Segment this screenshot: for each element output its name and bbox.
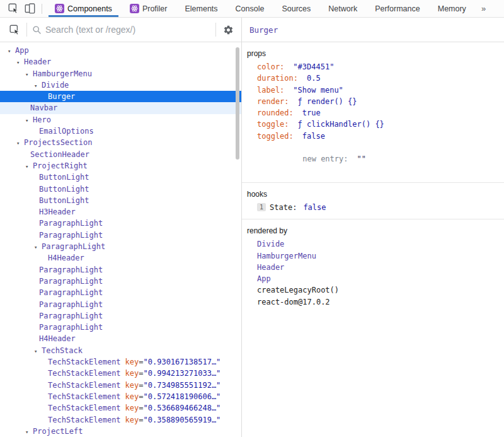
tab-elements[interactable]: Elements bbox=[177, 0, 225, 17]
tree-item-Header[interactable]: ▾Header bbox=[0, 56, 241, 67]
prop-value[interactable]: ƒ clickHandler() {} bbox=[298, 120, 384, 129]
tree-item-Burger[interactable]: Burger bbox=[0, 91, 241, 102]
tree-item-TechStackElement[interactable]: TechStackElementkey="0.358890565919…" bbox=[0, 414, 241, 426]
tree-item-EmailOptions[interactable]: EmailOptions bbox=[0, 125, 241, 137]
inspect-element-button[interactable] bbox=[5, 1, 21, 16]
prop-row-label: label:"Show menu" bbox=[247, 84, 499, 96]
tree-item-H4Header[interactable]: H4Header bbox=[0, 252, 241, 264]
key-attribute-value: "0.994213271033…" bbox=[144, 369, 221, 378]
rendered-by-item: react-dom@17.0.2 bbox=[247, 296, 499, 308]
tree-item-App[interactable]: ▾App bbox=[0, 45, 241, 56]
tab-components[interactable]: Components bbox=[47, 0, 120, 17]
tree-item-TechStack[interactable]: ▾TechStack bbox=[0, 345, 241, 356]
component-name: ParagraphLight bbox=[39, 277, 103, 286]
prop-value[interactable]: 0.5 bbox=[307, 74, 321, 83]
tree-item-ParagraphLight[interactable]: ParagraphLight bbox=[0, 310, 241, 322]
rendered-by-link[interactable]: Header bbox=[257, 263, 284, 272]
expand-arrow-icon[interactable]: ▾ bbox=[25, 426, 33, 437]
expand-arrow-icon[interactable]: ▾ bbox=[25, 161, 33, 172]
tree-item-TechStackElement[interactable]: TechStackElementkey="0.734985551192…" bbox=[0, 380, 241, 391]
tree-item-ParagraphLight[interactable]: ParagraphLight bbox=[0, 299, 241, 310]
devtools-window: ComponentsProfilerElementsConsoleSources… bbox=[0, 0, 504, 437]
prop-key: toggled: bbox=[257, 132, 294, 141]
rendered-by-link[interactable]: HamburgerMenu bbox=[257, 252, 316, 260]
select-element-button[interactable] bbox=[6, 22, 23, 37]
tree-item-ProjectLeft[interactable]: ▾ProjectLeft bbox=[0, 426, 241, 437]
tree-item-TechStackElement[interactable]: TechStackElementkey="0.994213271033…" bbox=[0, 368, 241, 379]
component-name: ParagraphLight bbox=[39, 219, 103, 228]
component-name: ProjectsSection bbox=[24, 138, 92, 147]
panel-tabs: ComponentsProfilerElementsConsoleSources… bbox=[46, 0, 475, 17]
tree-item-HamburgerMenu[interactable]: ▾HamburgerMenu bbox=[0, 68, 241, 79]
more-tabs-button[interactable]: » bbox=[475, 4, 492, 13]
new-prop-key[interactable]: new entry: bbox=[302, 154, 348, 163]
tree-scrollbar[interactable] bbox=[236, 47, 239, 160]
rendered-by-link[interactable]: App bbox=[257, 274, 271, 283]
tree-item-TechStackElement[interactable]: TechStackElementkey="0.536689466248…" bbox=[0, 402, 241, 414]
component-name: ParagraphLight bbox=[39, 300, 103, 309]
tree-item-ParagraphLight[interactable]: ParagraphLight bbox=[0, 230, 241, 241]
tree-item-TechStackElement[interactable]: TechStackElementkey="0.572418190606…" bbox=[0, 391, 241, 402]
prop-row-rounded: rounded:true bbox=[247, 107, 499, 119]
tree-item-ButtonLight[interactable]: ButtonLight bbox=[0, 184, 241, 195]
selected-component-title: Burger bbox=[242, 18, 504, 42]
hooks-header: hooks bbox=[247, 190, 499, 199]
tree-item-Hero[interactable]: ▾Hero bbox=[0, 114, 241, 125]
expand-arrow-icon[interactable]: ▾ bbox=[16, 57, 24, 68]
tab-performance[interactable]: Performance bbox=[367, 0, 428, 17]
tab-label: Elements bbox=[185, 4, 217, 13]
tree-item-ParagraphLight[interactable]: ParagraphLight bbox=[0, 276, 241, 287]
prop-value[interactable]: false bbox=[302, 132, 325, 141]
tree-item-ParagraphLight[interactable]: ParagraphLight bbox=[0, 322, 241, 333]
tree-item-ButtonLight[interactable]: ButtonLight bbox=[0, 172, 241, 183]
tree-item-H4Header[interactable]: H4Header bbox=[0, 333, 241, 344]
prop-row-render: render:ƒ render() {} bbox=[247, 96, 499, 107]
tab-network[interactable]: Network bbox=[321, 0, 365, 17]
prop-value[interactable]: "Show menu" bbox=[293, 86, 343, 95]
device-toolbar-icon bbox=[25, 3, 35, 14]
component-name: Divide bbox=[42, 81, 69, 90]
tree-item-ParagraphLight[interactable]: ▾ParagraphLight bbox=[0, 241, 241, 252]
expand-arrow-icon[interactable]: ▾ bbox=[16, 137, 24, 149]
tree-item-ParagraphLight[interactable]: ParagraphLight bbox=[0, 287, 241, 298]
search-input[interactable] bbox=[42, 25, 212, 35]
tree-item-Divide[interactable]: ▾Divide bbox=[0, 79, 241, 91]
expand-arrow-icon[interactable]: ▾ bbox=[25, 69, 33, 80]
new-prop-value[interactable]: "" bbox=[357, 154, 366, 163]
tab-console[interactable]: Console bbox=[228, 0, 272, 17]
tree-item-ParagraphLight[interactable]: ParagraphLight bbox=[0, 264, 241, 276]
expand-arrow-icon[interactable]: ▾ bbox=[34, 346, 42, 357]
rendered-by-section: rendered by DivideHamburgerMenuHeaderApp… bbox=[242, 219, 504, 313]
prop-value[interactable]: "#3D4451" bbox=[293, 62, 334, 71]
tab-profiler[interactable]: Profiler bbox=[122, 0, 175, 17]
tree-item-Navbar[interactable]: Navbar bbox=[0, 102, 241, 114]
equals-sign: = bbox=[139, 381, 143, 390]
prop-value[interactable]: true bbox=[302, 108, 321, 117]
tree-item-ParagraphLight[interactable]: ParagraphLight bbox=[0, 218, 241, 229]
tab-memory[interactable]: Memory bbox=[430, 0, 474, 17]
expand-arrow-icon[interactable]: ▾ bbox=[8, 45, 15, 57]
expand-arrow-icon[interactable]: ▾ bbox=[34, 242, 42, 253]
rendered-by-root: createLegacyRoot() bbox=[257, 286, 339, 294]
hook-value[interactable]: false bbox=[303, 203, 326, 212]
tree-item-ProjectRight[interactable]: ▾ProjectRight bbox=[0, 160, 241, 172]
key-attribute-name: key bbox=[125, 369, 139, 378]
new-prop-row[interactable]: new entry:"" bbox=[247, 142, 499, 177]
props-section: props color:"#3D4451"duration:0.5label:"… bbox=[242, 42, 504, 183]
tab-sources[interactable]: Sources bbox=[274, 0, 318, 17]
tree-item-H3Header[interactable]: H3Header bbox=[0, 206, 241, 218]
expand-arrow-icon[interactable]: ▾ bbox=[25, 115, 33, 126]
tree-item-TechStackElement[interactable]: TechStackElementkey="0.930167138517…" bbox=[0, 356, 241, 368]
tree-item-ButtonLight[interactable]: ButtonLight bbox=[0, 195, 241, 206]
rendered-by-link[interactable]: Divide bbox=[257, 240, 284, 248]
rendered-by-root: react-dom@17.0.2 bbox=[257, 298, 330, 306]
tree-item-ProjectsSection[interactable]: ▾ProjectsSection bbox=[0, 137, 241, 148]
component-name: H4Header bbox=[48, 253, 84, 262]
settings-divider bbox=[215, 23, 216, 37]
device-toolbar-button[interactable] bbox=[21, 1, 38, 16]
tree-item-SectionHeader[interactable]: SectionHeader bbox=[0, 149, 241, 160]
key-attribute-value: "0.734985551192…" bbox=[144, 381, 221, 390]
settings-button[interactable] bbox=[220, 22, 236, 37]
prop-value[interactable]: ƒ render() {} bbox=[298, 97, 357, 106]
expand-arrow-icon[interactable]: ▾ bbox=[34, 80, 42, 91]
